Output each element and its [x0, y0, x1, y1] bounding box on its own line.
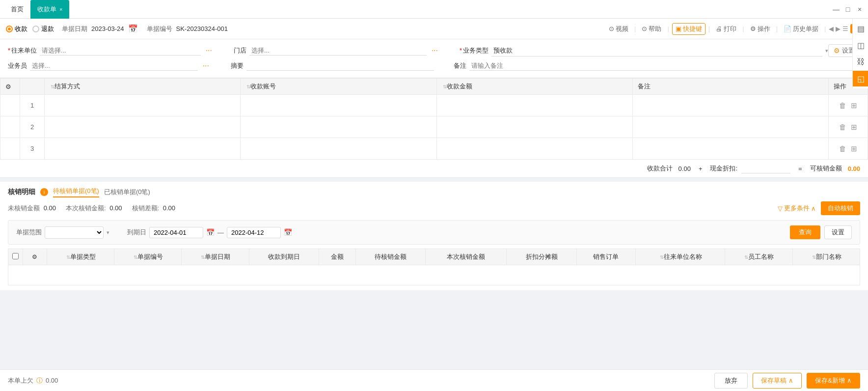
- col-discount-th[interactable]: 折扣分摊额: [507, 249, 577, 265]
- delete-icon[interactable]: 🗑: [839, 123, 846, 131]
- date-to-icon[interactable]: 📅: [284, 228, 292, 236]
- copy-icon[interactable]: ⊞: [851, 123, 857, 131]
- right-arrow-icon[interactable]: ▶: [836, 25, 841, 32]
- amount-input[interactable]: [437, 116, 632, 138]
- history-btn[interactable]: 📄 历史单据: [781, 24, 821, 34]
- close-btn[interactable]: ×: [855, 5, 864, 14]
- delete-icon[interactable]: 🗑: [839, 144, 846, 153]
- row-settlement-cell[interactable]: [45, 95, 241, 116]
- more-conditions-btn[interactable]: ▽ 更多条件 ∧: [778, 204, 816, 213]
- row-amount-cell[interactable]: [436, 138, 632, 160]
- row-remark-cell[interactable]: [632, 95, 828, 116]
- right-panel-btn-2[interactable]: ◫: [853, 37, 868, 53]
- account-input[interactable]: [241, 138, 436, 159]
- auto-verify-btn[interactable]: 自动核销: [821, 201, 860, 215]
- settlement-input[interactable]: [45, 138, 240, 159]
- info-icon[interactable]: i: [40, 188, 48, 196]
- settlement-input[interactable]: [45, 95, 240, 116]
- row-account-cell[interactable]: [241, 116, 436, 138]
- date-calendar-icon[interactable]: 📅: [128, 24, 138, 33]
- col-settings-th[interactable]: ⚙: [23, 249, 47, 265]
- left-arrow-icon[interactable]: ◀: [829, 25, 834, 32]
- help-btn[interactable]: ⊙ 帮助: [639, 24, 664, 34]
- account-input[interactable]: [241, 116, 436, 138]
- save-new-btn[interactable]: 保存&新增 ∧: [807, 373, 860, 389]
- delete-icon[interactable]: 🗑: [839, 101, 846, 110]
- row-settlement-cell[interactable]: [45, 138, 241, 160]
- tab-close-icon[interactable]: ×: [59, 6, 62, 12]
- summary-input[interactable]: [246, 61, 434, 71]
- col-pending-th[interactable]: 待核销金额: [355, 249, 426, 265]
- checkbox-th[interactable]: [8, 249, 23, 265]
- right-panel-btn-3[interactable]: ⛓: [853, 54, 868, 70]
- print-btn[interactable]: 🖨 打印: [713, 24, 739, 34]
- col-current-verify-th[interactable]: 本次核销金额: [426, 249, 507, 265]
- col-doc-date-th[interactable]: ⇅单据日期: [182, 249, 249, 265]
- radio-refund[interactable]: 退款: [32, 25, 54, 33]
- col-doc-type-th[interactable]: ⇅单据类型: [47, 249, 114, 265]
- settlement-input[interactable]: [45, 116, 240, 138]
- row-amount-cell[interactable]: [436, 116, 632, 138]
- select-all-checkbox[interactable]: [12, 253, 19, 259]
- copy-icon[interactable]: ⊞: [851, 144, 857, 153]
- prev-info-icon[interactable]: ⓘ: [36, 376, 43, 385]
- date-value[interactable]: 2023-03-24: [91, 25, 124, 32]
- row-account-cell[interactable]: [241, 95, 436, 116]
- minimize-btn[interactable]: —: [832, 5, 841, 14]
- col-amount-th[interactable]: ⇅收款金额: [436, 79, 632, 95]
- amount-input[interactable]: [437, 95, 632, 116]
- col-sales-order-th[interactable]: 销售订单: [576, 249, 635, 265]
- range-dropdown-icon[interactable]: ▾: [107, 229, 109, 236]
- staff-input[interactable]: [30, 61, 198, 71]
- col-partner-name-th[interactable]: ⇅往来单位名称: [635, 249, 725, 265]
- remark-input[interactable]: [469, 61, 860, 71]
- row-remark-input[interactable]: [633, 116, 828, 138]
- row-remark-cell[interactable]: [632, 138, 828, 160]
- operation-btn[interactable]: ⚙ 操作: [747, 24, 773, 34]
- table-settings-th[interactable]: ⚙: [0, 79, 20, 95]
- col-doc-num-th[interactable]: ⇅单据编号: [114, 249, 181, 265]
- right-panel-btn-4[interactable]: ◱: [853, 71, 868, 86]
- tab-home[interactable]: 首页: [4, 0, 30, 19]
- radio-receipt[interactable]: 收款: [6, 25, 27, 33]
- col-amount-th2[interactable]: 金额: [319, 249, 356, 265]
- store-input[interactable]: [249, 46, 427, 56]
- col-dept-name-th[interactable]: ⇅部门名称: [792, 249, 860, 265]
- partner-input[interactable]: [40, 46, 201, 56]
- tab-active[interactable]: 收款单 ×: [30, 0, 69, 19]
- video-btn[interactable]: ⊙ 视频: [606, 24, 631, 34]
- save-draft-btn[interactable]: 保存草稿 ∧: [753, 373, 802, 389]
- range-select[interactable]: [45, 226, 104, 239]
- right-panel: ▤ ◫ ⛓ ◱: [852, 19, 868, 88]
- copy-icon[interactable]: ⊞: [851, 101, 857, 110]
- amount-input[interactable]: [437, 138, 632, 159]
- abandon-btn[interactable]: 放弃: [714, 373, 748, 389]
- row-amount-cell[interactable]: [436, 95, 632, 116]
- discount-input[interactable]: [741, 164, 790, 173]
- biztype-value[interactable]: 预收款: [491, 45, 822, 56]
- query-btn[interactable]: 查询: [790, 225, 820, 239]
- date-to-input[interactable]: [227, 227, 281, 238]
- done-tab[interactable]: 已核销单据(0笔): [104, 188, 150, 196]
- maximize-btn[interactable]: □: [843, 5, 852, 14]
- settings-bottom-btn[interactable]: 设置: [824, 225, 852, 239]
- store-more-icon[interactable]: ···: [430, 47, 440, 55]
- list-icon[interactable]: ☰: [842, 25, 848, 32]
- staff-more-icon[interactable]: ···: [201, 62, 211, 70]
- row-remark-input[interactable]: [633, 95, 828, 116]
- pending-tab[interactable]: 待核销单据(0笔): [53, 187, 99, 197]
- account-input[interactable]: [241, 95, 436, 116]
- col-due-date-th[interactable]: 收款到期日: [249, 249, 319, 265]
- col-settlement-th[interactable]: ⇅结算方式: [45, 79, 241, 95]
- date-from-input[interactable]: [149, 227, 203, 238]
- partner-more-icon[interactable]: ···: [204, 47, 214, 55]
- row-settlement-cell[interactable]: [45, 116, 241, 138]
- date-from-icon[interactable]: 📅: [206, 228, 215, 236]
- row-remark-cell[interactable]: [632, 116, 828, 138]
- row-remark-input[interactable]: [633, 138, 828, 159]
- col-account-th[interactable]: ⇅收款账号: [241, 79, 436, 95]
- row-account-cell[interactable]: [241, 138, 436, 160]
- right-panel-btn-1[interactable]: ▤: [853, 21, 868, 36]
- col-staff-name-th[interactable]: ⇅员工名称: [725, 249, 792, 265]
- shortcut-btn[interactable]: ▣ 快捷键: [672, 23, 705, 35]
